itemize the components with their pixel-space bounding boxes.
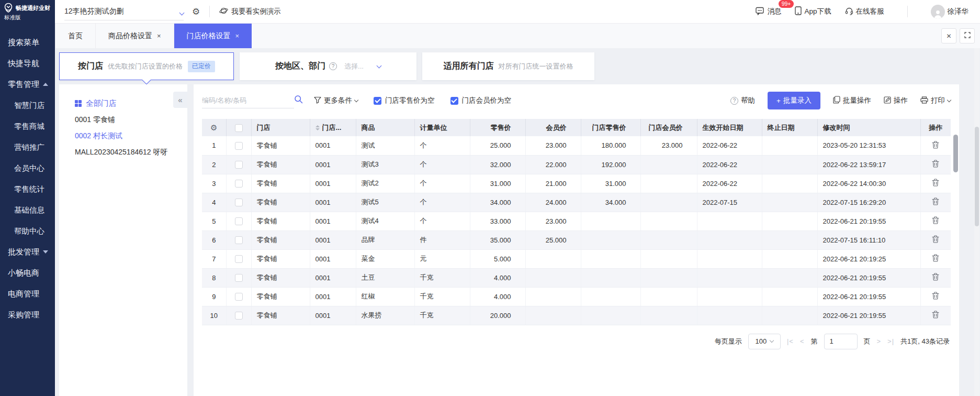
row-checkbox[interactable] — [235, 274, 243, 282]
table-scrollbar-thumb[interactable] — [953, 135, 958, 172]
sidebar-item[interactable]: 快捷导航 — [0, 53, 55, 74]
tree-root-all-stores[interactable]: 全部门店 — [59, 95, 187, 112]
tree-item[interactable]: 0001 零食铺 — [59, 112, 187, 128]
price-mode-all-stores[interactable]: 适用所有门店 对所有门店统一设置价格 — [422, 52, 594, 80]
card-desc: 对所有门店统一设置价格 — [499, 62, 573, 71]
row-checkbox[interactable] — [235, 217, 243, 225]
table-row[interactable]: 8零食铺0001土豆千克4.0002022-06-21 20:19:55 — [202, 268, 951, 287]
table-row[interactable]: 1零食铺0001测试个25.00023.000180.00023.0002022… — [202, 136, 951, 155]
messages-button[interactable]: 消息 99+ — [756, 7, 781, 17]
delete-icon[interactable] — [932, 254, 939, 262]
delete-icon[interactable] — [932, 216, 939, 224]
table-row[interactable]: 3零食铺0001测试2个31.00021.00031.0002022-06-22… — [202, 174, 951, 193]
row-checkbox[interactable] — [235, 255, 243, 263]
tab[interactable]: 首页 — [55, 24, 96, 48]
sidebar-item[interactable]: 会员中心 — [0, 158, 55, 179]
column-header: 门店会员价 — [640, 119, 697, 136]
table-row[interactable]: 7零食铺0001菜金元5.0002022-06-21 20:19:25 — [202, 249, 951, 268]
checkbox-store-member-empty[interactable]: 门店会员价为空 — [450, 96, 512, 105]
tree-item[interactable]: 0002 村长测试 — [59, 128, 187, 144]
row-checkbox[interactable] — [235, 161, 243, 169]
sidebar-item[interactable]: 电商管理 — [0, 283, 55, 304]
search-input[interactable] — [202, 96, 294, 104]
sidebar-item[interactable]: 零售管理 — [0, 74, 55, 95]
delete-icon[interactable] — [932, 235, 939, 243]
sidebar-item[interactable]: 零售商城 — [0, 116, 55, 137]
batch-entry-button[interactable]: + 批量录入 — [768, 92, 820, 109]
delete-icon[interactable] — [932, 292, 939, 300]
sidebar-item[interactable]: 小畅电商 — [0, 262, 55, 283]
table-row[interactable]: 6零食铺0001品牌件35.00025.0002022-07-15 16:11:… — [202, 230, 951, 249]
column-header: 门店零售价 — [581, 119, 640, 136]
checkbox-label: 门店零售价为空 — [385, 96, 435, 105]
row-checkbox[interactable] — [235, 293, 243, 301]
table-row[interactable]: 4零食铺0001测试5个34.00024.00034.0002022-07-15… — [202, 193, 951, 212]
table-row[interactable]: 10零食铺0001水果捞千克20.0002022-06-21 20:19:55 — [202, 306, 951, 325]
sidebar-item[interactable]: 帮助中心 — [0, 221, 55, 241]
first-page-button[interactable]: |< — [787, 337, 794, 345]
sidebar-item[interactable]: 智慧门店 — [0, 95, 55, 116]
print-button[interactable]: 打印 — [920, 96, 951, 105]
fullscreen-button[interactable] — [960, 28, 975, 43]
row-checkbox[interactable] — [235, 142, 243, 150]
search-icon[interactable] — [294, 95, 303, 106]
row-checkbox[interactable] — [235, 236, 243, 244]
online-service-button[interactable]: 在线客服 — [845, 7, 884, 17]
checkbox-store-retail-empty[interactable]: 门店零售价为空 — [374, 96, 435, 105]
region-select-placeholder[interactable]: 选择... — [344, 62, 364, 71]
tab-close-icon[interactable]: × — [235, 32, 240, 40]
tree-item[interactable]: MALL20230425184612 呀呀 — [59, 144, 187, 160]
row-checkbox[interactable] — [235, 312, 243, 320]
price-mode-by-store[interactable]: 按门店 优先取按门店设置的价格 已定价 — [59, 52, 234, 80]
delete-icon[interactable] — [932, 141, 939, 149]
sidebar-item[interactable]: 零售统计 — [0, 179, 55, 200]
settings-gear-icon[interactable]: ⚙ — [192, 7, 200, 16]
sidebar-item[interactable]: 批发管理 — [0, 241, 55, 262]
table-row[interactable]: 9零食铺0001红椒千克4.0002022-06-21 20:19:55 — [202, 287, 951, 306]
table-row[interactable]: 2零食铺0001测试3个32.00022.000192.0002022-06-2… — [202, 155, 951, 174]
sidebar-item[interactable]: 基础信息 — [0, 200, 55, 221]
row-checkbox[interactable] — [235, 199, 243, 206]
next-page-button[interactable]: > — [877, 337, 882, 345]
operations-button[interactable]: 操作 — [884, 96, 908, 105]
delete-icon[interactable] — [932, 160, 939, 168]
more-filters-button[interactable]: 更多条件 — [314, 96, 358, 105]
help-button[interactable]: ? 帮助 — [730, 96, 755, 105]
page-scrollbar-thumb[interactable] — [975, 127, 979, 226]
sidebar-item[interactable]: 采购管理 — [0, 304, 55, 325]
cell-product: 土豆 — [356, 268, 414, 287]
per-page-select[interactable]: 100 — [748, 334, 781, 349]
delete-icon[interactable] — [932, 197, 939, 205]
delete-icon[interactable] — [932, 179, 939, 186]
sidebar-item[interactable]: 搜索菜单 — [0, 32, 55, 53]
company-select[interactable]: 12李艳芬测试勿删 — [64, 3, 184, 20]
delete-icon[interactable] — [932, 311, 939, 318]
column-settings-gear[interactable]: ⚙ — [202, 119, 226, 136]
sidebar-item[interactable]: 营销推广 — [0, 137, 55, 158]
tab[interactable]: 商品价格设置× — [96, 24, 174, 48]
cell-retail: 34.000 — [470, 193, 525, 212]
column-header[interactable]: 门店... — [310, 119, 356, 136]
page-scrollbar[interactable] — [974, 48, 979, 396]
card-title: 按门店 — [78, 61, 103, 72]
app-download-button[interactable]: App下载 — [795, 6, 831, 17]
demo-link[interactable]: 我要看实例演示 — [219, 6, 281, 17]
tab[interactable]: 门店价格设置× — [174, 24, 252, 48]
select-all-checkbox[interactable] — [226, 119, 251, 136]
row-checkbox[interactable] — [235, 180, 243, 188]
page-number-input[interactable] — [824, 334, 858, 349]
column-header-label: 终止日期 — [768, 124, 795, 131]
price-mode-by-region[interactable]: 按地区、部门 ? 选择... — [240, 52, 416, 80]
column-header-label: 门店会员价 — [649, 124, 683, 131]
user-menu[interactable]: 徐泽华 — [931, 5, 969, 19]
last-page-button[interactable]: >| — [887, 337, 894, 345]
collapse-panel-button[interactable]: « — [173, 92, 187, 108]
close-page-button[interactable]: ✕ — [941, 28, 956, 43]
prev-page-button[interactable]: < — [800, 337, 805, 345]
cell-product: 测试5 — [356, 193, 414, 212]
tab-close-icon[interactable]: × — [157, 32, 161, 40]
batch-operations-button[interactable]: 批量操作 — [833, 96, 871, 105]
checkbox-label: 门店会员价为空 — [462, 96, 512, 105]
delete-icon[interactable] — [932, 273, 939, 281]
table-row[interactable]: 5零食铺0001测试4个33.00023.0002022-06-21 20:19… — [202, 212, 951, 230]
